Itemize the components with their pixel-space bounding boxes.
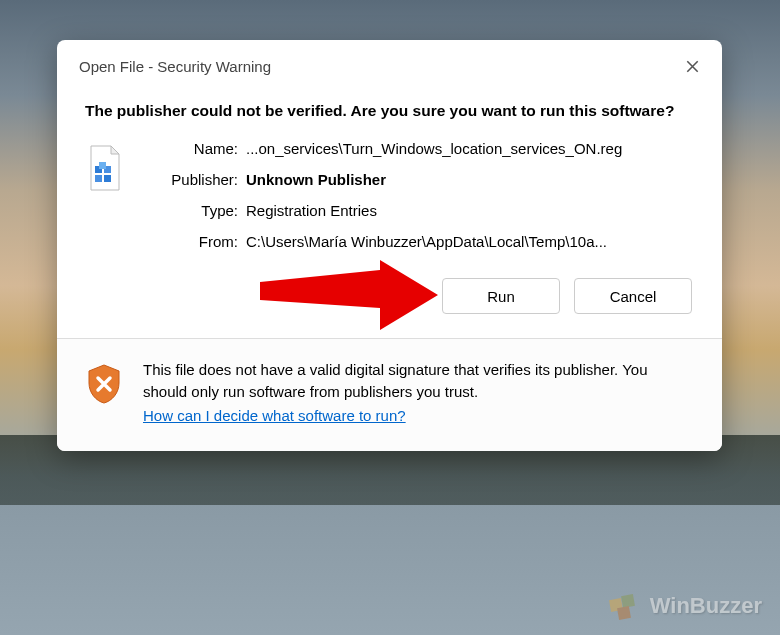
run-button[interactable]: Run: [442, 278, 560, 314]
security-warning-dialog: Open File - Security Warning The publish…: [57, 40, 722, 451]
svg-rect-7: [621, 594, 635, 608]
from-value: C:\Users\María Winbuzzer\AppData\Local\T…: [246, 233, 694, 250]
footer-help-link[interactable]: How can I decide what software to run?: [143, 405, 406, 427]
close-icon: [686, 60, 699, 73]
svg-rect-3: [104, 175, 111, 182]
from-label: From:: [143, 233, 238, 250]
watermark: WinBuzzer: [608, 591, 762, 621]
button-row: Run Cancel: [85, 278, 694, 314]
dialog-footer: This file does not have a valid digital …: [57, 338, 722, 450]
shield-warning-icon: [85, 363, 123, 409]
close-button[interactable]: [680, 54, 704, 78]
reg-file-icon: [85, 140, 125, 250]
svg-rect-4: [99, 162, 106, 169]
type-value: Registration Entries: [246, 202, 694, 219]
footer-text-block: This file does not have a valid digital …: [143, 359, 694, 426]
pointer-arrow-icon: [260, 260, 440, 330]
file-details: Name: ...on_services\Turn_Windows_locati…: [85, 140, 694, 250]
titlebar: Open File - Security Warning: [57, 40, 722, 86]
dialog-content: The publisher could not be verified. Are…: [57, 86, 722, 338]
name-label: Name:: [143, 140, 238, 157]
type-label: Type:: [143, 202, 238, 219]
dialog-title: Open File - Security Warning: [79, 58, 271, 75]
warning-heading: The publisher could not be verified. Are…: [85, 100, 694, 122]
publisher-value: Unknown Publisher: [246, 171, 694, 188]
watermark-logo-icon: [608, 591, 642, 621]
cancel-button[interactable]: Cancel: [574, 278, 692, 314]
footer-message: This file does not have a valid digital …: [143, 361, 647, 400]
name-value: ...on_services\Turn_Windows_location_ser…: [246, 140, 694, 157]
publisher-label: Publisher:: [143, 171, 238, 188]
detail-grid: Name: ...on_services\Turn_Windows_locati…: [143, 140, 694, 250]
svg-rect-2: [95, 175, 102, 182]
svg-marker-5: [260, 260, 438, 330]
svg-rect-8: [617, 606, 631, 620]
watermark-text: WinBuzzer: [650, 593, 762, 619]
